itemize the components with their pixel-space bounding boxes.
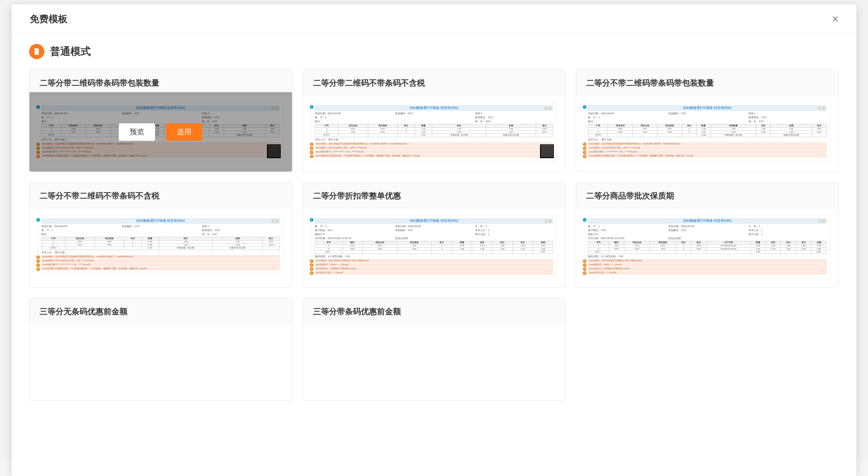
template-card-title: 二等分不带二维码不带条码不含税 bbox=[29, 182, 292, 208]
template-preview: 1[title]畅捷通打印模板 销货单[/title]页眉客 户：1单据日期：2… bbox=[312, 216, 557, 278]
template-card[interactable]: 二等分带折扣带整单优惠1[title]畅捷通打印模板 销货单[/title]页眉… bbox=[303, 182, 566, 288]
template-grid: 二等分带二维码带条码带包装数量1[title]畅捷通打印模板 销货单[/titl… bbox=[29, 69, 839, 401]
template-card-title: 二等分商品带批次保质期 bbox=[576, 182, 839, 208]
template-card[interactable]: 二等分不带二维码不带条码不含税1[title]畅捷通打印模板 销货单[/titl… bbox=[29, 182, 292, 288]
close-button[interactable] bbox=[829, 12, 842, 25]
template-preview: 1[title]畅捷通打印模板 销货单[/title]页眉单据日期：2019-0… bbox=[38, 216, 283, 274]
template-card-title: 二等分带折扣带整单优惠 bbox=[303, 182, 565, 208]
template-card-body: 1[title]畅捷通打印模板 销货单[/title]页眉单据日期：2019-0… bbox=[576, 95, 839, 172]
select-button[interactable]: 选用 bbox=[166, 123, 202, 141]
template-card-title: 三等分带条码优惠前金额 bbox=[303, 298, 565, 324]
section-icon bbox=[29, 44, 44, 59]
template-card-body bbox=[29, 324, 292, 400]
close-icon bbox=[831, 15, 839, 23]
preview-button[interactable]: 预览 bbox=[119, 123, 155, 141]
template-card[interactable]: 三等分无条码优惠前金额预览选用 bbox=[29, 298, 292, 401]
template-card-body: 1[title]畅捷通打印模板 销货单[/title]页眉单据日期：2019-0… bbox=[303, 95, 565, 172]
qr-code-icon bbox=[540, 144, 554, 158]
template-card-body: 1[title]畅捷通打印模板 销货单[/title]页眉客 户：1单据日期：2… bbox=[576, 208, 839, 287]
template-card-body: 1[title]畅捷通打印模板 销货单[/title]页眉客 户：1单据日期：2… bbox=[303, 208, 565, 287]
template-preview: 1[title]畅捷通打印模板 销货单[/title]页眉客 户：1单据日期：2… bbox=[585, 216, 830, 278]
template-card-title: 二等分带二维码不带条码不含税 bbox=[303, 70, 565, 95]
template-card-body bbox=[303, 324, 565, 400]
modal-header: 免费模板 bbox=[12, 4, 856, 34]
modal-body[interactable]: 普通模式 二等分带二维码带条码带包装数量1[title]畅捷通打印模板 销货单[… bbox=[12, 34, 856, 476]
template-card-title: 三等分无条码优惠前金额 bbox=[29, 298, 292, 324]
template-preview: 1[title]畅捷通打印模板 销货单[/title]页眉单据日期：2019-0… bbox=[585, 103, 830, 161]
template-card[interactable]: 二等分商品带批次保质期1[title]畅捷通打印模板 销货单[/title]页眉… bbox=[576, 182, 839, 288]
template-preview: 1[title]畅捷通打印模板 销货单[/title]页眉单据日期：2019-0… bbox=[312, 103, 557, 161]
document-icon bbox=[32, 47, 41, 56]
template-card[interactable]: 二等分带二维码带条码带包装数量1[title]畅捷通打印模板 销货单[/titl… bbox=[29, 69, 292, 172]
template-hover-overlay: 预览选用 bbox=[29, 92, 292, 172]
template-card[interactable]: 二等分不带二维码带条码带包装数量1[title]畅捷通打印模板 销货单[/tit… bbox=[576, 69, 839, 172]
template-card-body: 1[title]畅捷通打印模板 销货单[/title]页眉单据日期：2019-0… bbox=[29, 208, 292, 287]
template-modal: 免费模板 普通模式 二等分带二维码带条码带包装数量1[title]畅捷通打印模板… bbox=[12, 4, 856, 476]
template-card-title: 二等分不带二维码带条码带包装数量 bbox=[576, 70, 839, 95]
template-card[interactable]: 二等分带二维码不带条码不含税1[title]畅捷通打印模板 销货单[/title… bbox=[303, 69, 566, 172]
template-card[interactable]: 三等分带条码优惠前金额预览选用 bbox=[303, 298, 566, 401]
section-title: 普通模式 bbox=[50, 45, 91, 58]
template-card-title: 二等分带二维码带条码带包装数量 bbox=[29, 70, 292, 95]
modal-title: 免费模板 bbox=[30, 13, 68, 25]
section-header: 普通模式 bbox=[29, 44, 839, 59]
